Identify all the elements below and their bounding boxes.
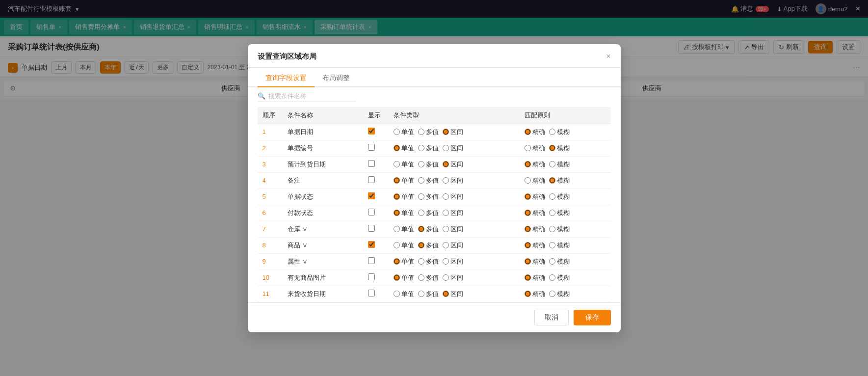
search-icon: 🔍 xyxy=(258,92,265,100)
settings-dialog: 设置查询区域布局 × 查询字段设置 布局调整 🔍 顺序 xyxy=(248,44,621,101)
dialog-title: 设置查询区域布局 xyxy=(258,52,316,61)
dialog-tabs: 查询字段设置 布局调整 xyxy=(248,70,621,87)
modal-overlay: 设置查询区域布局 × 查询字段设置 布局调整 🔍 顺序 xyxy=(0,0,868,100)
dialog-tab-layout[interactable]: 布局调整 xyxy=(315,70,358,87)
dialog-search-area: 🔍 xyxy=(248,87,621,101)
dialog-header: 设置查询区域布局 × xyxy=(248,44,621,68)
search-input[interactable] xyxy=(268,92,347,100)
dialog-close-btn[interactable]: × xyxy=(606,52,610,61)
search-box: 🔍 xyxy=(258,92,356,101)
dialog-tab-fields[interactable]: 查询字段设置 xyxy=(258,70,315,87)
